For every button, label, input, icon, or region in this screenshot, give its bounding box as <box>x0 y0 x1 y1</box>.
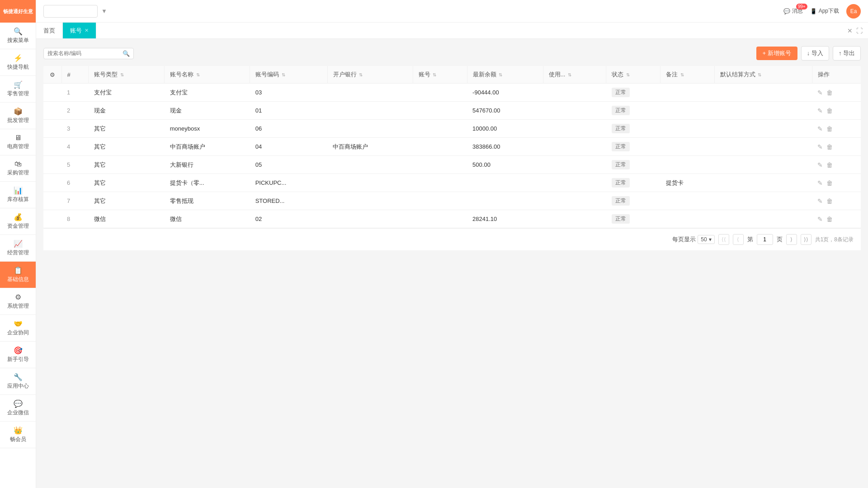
th-latest-balance[interactable]: 最新余额 ⇅ <box>467 66 543 84</box>
sidebar-icon-app-center: 🔧 <box>14 373 23 381</box>
sidebar-icon-system-mgmt: ⚙ <box>15 293 21 301</box>
td-account-no-4 <box>413 156 467 174</box>
table-row: 3 其它 moneybosx 06 10000.00 正常 ✎ 🗑 <box>43 120 861 138</box>
sidebar-label-system-mgmt: 系统管理 <box>7 302 29 310</box>
search-input[interactable] <box>47 50 120 56</box>
td-account-code-4: 05 <box>250 156 328 174</box>
td-action-0: ✎ 🗑 <box>812 84 861 102</box>
last-page-button[interactable]: ⟩⟩ <box>801 234 811 245</box>
search-icon[interactable]: 🔍 <box>123 50 130 57</box>
sidebar-label-quick-nav: 快捷导航 <box>7 63 29 71</box>
td-action-1: ✎ 🗑 <box>812 102 861 120</box>
next-page-button[interactable]: ⟩ <box>786 234 797 245</box>
import-label: ↓ 导入 <box>807 49 823 57</box>
delete-icon-1[interactable]: 🗑 <box>826 107 833 114</box>
td-latest-balance-6 <box>467 192 543 210</box>
sidebar-item-operation-mgmt[interactable]: 📈经营管理 <box>0 235 36 262</box>
avatar[interactable]: Ea <box>846 4 861 19</box>
sidebar-item-enterprise-wechat[interactable]: 💬企业微信 <box>0 395 36 422</box>
page-prefix: 第 <box>747 235 753 244</box>
delete-icon-3[interactable]: 🗑 <box>826 143 833 150</box>
tab-account-close[interactable]: ✕ <box>85 28 89 33</box>
sidebar-item-enterprise-agreement[interactable]: 🤝企业协同 <box>0 315 36 342</box>
td-account-name-3: 中百商场账户 <box>165 138 250 156</box>
add-account-button[interactable]: + 新增账号 <box>756 47 797 60</box>
th-account-name[interactable]: 账号名称 ⇅ <box>165 66 250 84</box>
tab-close-icon[interactable]: ✕ <box>847 27 853 34</box>
table-row: 8 微信 微信 02 28241.10 正常 ✎ 🗑 <box>43 210 861 228</box>
app-download-label: App下载 <box>819 7 839 15</box>
topbar-search-input[interactable] <box>43 5 98 18</box>
sidebar-item-basic-info[interactable]: 📋基础信息 <box>0 262 36 288</box>
td-latest-balance-7: 28241.10 <box>467 210 543 228</box>
sidebar-label-enterprise-wechat: 企业微信 <box>7 409 29 417</box>
td-account-no-5 <box>413 174 467 192</box>
delete-icon-7[interactable]: 🗑 <box>826 216 833 223</box>
edit-icon-5[interactable]: ✎ <box>817 179 823 187</box>
td-account-type-6: 其它 <box>89 192 165 210</box>
edit-icon-0[interactable]: ✎ <box>817 89 823 96</box>
sidebar-item-inventory-check[interactable]: 📊库存核算 <box>0 182 36 208</box>
sidebar-item-ecommerce-mgmt[interactable]: 🖥电商管理 <box>0 129 36 155</box>
td-account-no-1 <box>413 102 467 120</box>
th-default-settlement[interactable]: 默认结算方式 ⇅ <box>714 66 812 84</box>
delete-icon-4[interactable]: 🗑 <box>826 161 833 169</box>
page-input[interactable] <box>757 234 773 245</box>
th-status[interactable]: 状态 ⇅ <box>606 66 660 84</box>
sidebar-item-retail-mgmt[interactable]: 🛒零售管理 <box>0 76 36 103</box>
delete-icon-2[interactable]: 🗑 <box>826 125 833 132</box>
import-button[interactable]: ↓ 导入 <box>801 46 829 61</box>
td-num-7: 8 <box>61 210 89 228</box>
th-usage[interactable]: 使用... ⇅ <box>543 66 606 84</box>
sidebar-label-ecommerce-mgmt: 电商管理 <box>7 143 29 150</box>
th-remark[interactable]: 备注 ⇅ <box>660 66 715 84</box>
table-row: 1 支付宝 支付宝 03 -90444.00 正常 ✎ 🗑 <box>43 84 861 102</box>
td-default-settlement-5 <box>714 174 812 192</box>
app-download-button[interactable]: 📱 App下载 <box>810 7 839 15</box>
first-page-button[interactable]: ⟨⟨ <box>718 234 729 245</box>
edit-icon-7[interactable]: ✎ <box>817 216 823 223</box>
td-usage-2 <box>543 120 606 138</box>
sidebar-item-capital-mgmt[interactable]: 💰资金管理 <box>0 208 36 235</box>
delete-icon-0[interactable]: 🗑 <box>826 89 833 96</box>
per-page-dropdown[interactable]: 50 ▾ <box>698 235 714 244</box>
sidebar-item-system-mgmt[interactable]: ⚙系统管理 <box>0 288 36 315</box>
th-account-no[interactable]: 账号 ⇅ <box>413 66 467 84</box>
delete-icon-5[interactable]: 🗑 <box>826 179 833 187</box>
sidebar-item-vip-member[interactable]: 👑畅会员 <box>0 422 36 448</box>
edit-icon-6[interactable]: ✎ <box>817 197 823 205</box>
edit-icon-4[interactable]: ✎ <box>817 161 823 169</box>
edit-icon-1[interactable]: ✎ <box>817 107 823 114</box>
sidebar-icon-basic-info: 📋 <box>14 266 23 275</box>
topbar-dropdown-icon[interactable]: ▼ <box>101 8 107 14</box>
th-account-type[interactable]: 账号类型 ⇅ <box>89 66 165 84</box>
sidebar-item-search-menu[interactable]: 🔍搜索菜单 <box>0 23 36 49</box>
th-bank[interactable]: 开户银行 ⇅ <box>327 66 413 84</box>
tab-account[interactable]: 账号 ✕ <box>63 23 96 38</box>
page-content: 🔍 + 新增账号 ↓ 导入 ↑ 导出 ⚙ # <box>36 39 868 488</box>
td-status-7: 正常 <box>606 210 660 228</box>
td-action-2: ✎ 🗑 <box>812 120 861 138</box>
td-remark-5: 提货卡 <box>660 174 715 192</box>
sidebar-item-new-guide[interactable]: 🎯新手引导 <box>0 342 36 368</box>
tab-expand-icon[interactable]: ⛶ <box>856 27 863 34</box>
th-settings[interactable]: ⚙ <box>43 66 61 84</box>
export-button[interactable]: ↑ 导出 <box>833 46 861 61</box>
sidebar-item-app-center[interactable]: 🔧应用中心 <box>0 368 36 395</box>
sidebar-icon-purchase-mgmt: 🛍 <box>14 160 22 168</box>
td-action-4: ✎ 🗑 <box>812 156 861 174</box>
edit-icon-3[interactable]: ✎ <box>817 143 823 150</box>
sidebar-item-purchase-mgmt[interactable]: 🛍采购管理 <box>0 155 36 182</box>
tab-home[interactable]: 首页 <box>36 23 63 38</box>
th-account-code[interactable]: 账号编码 ⇅ <box>250 66 328 84</box>
delete-icon-6[interactable]: 🗑 <box>826 197 833 205</box>
sidebar-icon-capital-mgmt: 💰 <box>14 213 23 221</box>
sidebar-item-wholesale-mgmt[interactable]: 📦批发管理 <box>0 103 36 129</box>
td-latest-balance-2: 10000.00 <box>467 120 543 138</box>
sidebar-item-quick-nav[interactable]: ⚡快捷导航 <box>0 49 36 76</box>
sidebar-label-app-center: 应用中心 <box>7 382 29 390</box>
td-remark-1 <box>660 102 715 120</box>
edit-icon-2[interactable]: ✎ <box>817 125 823 132</box>
prev-page-button[interactable]: ⟨ <box>733 234 744 245</box>
messages-button[interactable]: 💬 消息 99+ <box>783 7 803 15</box>
